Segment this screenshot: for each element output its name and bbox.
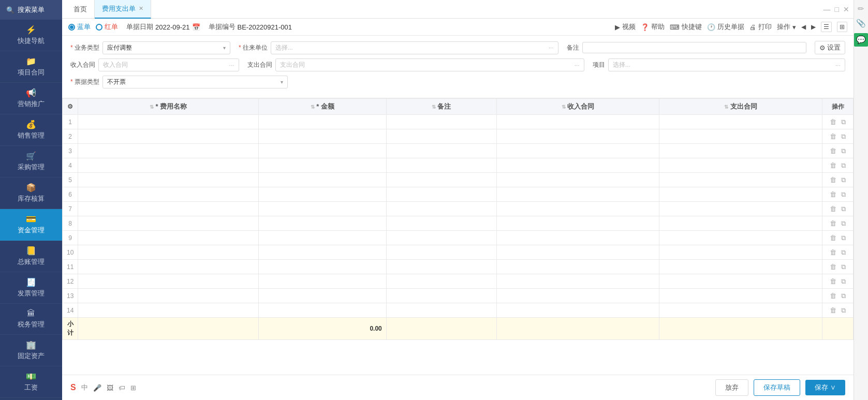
cell-income-contract[interactable] xyxy=(496,129,659,144)
cell-amount[interactable] xyxy=(258,144,386,158)
cell-expense-name[interactable] xyxy=(78,274,259,289)
delete-icon[interactable]: 🗑 xyxy=(830,161,836,169)
cell-expense-name[interactable] xyxy=(78,260,259,274)
sidebar-item-purchase[interactable]: 🛒 采购管理 xyxy=(0,146,62,177)
right-panel-edit-icon[interactable]: ✏ xyxy=(858,4,864,13)
delete-icon[interactable]: 🗑 xyxy=(830,205,836,213)
cell-amount[interactable] xyxy=(258,202,386,216)
cell-expense-contract[interactable] xyxy=(659,245,822,260)
cell-amount[interactable] xyxy=(258,289,386,303)
cell-income-contract[interactable] xyxy=(496,173,659,187)
sidebar-search[interactable]: 🔍 搜索菜单 xyxy=(0,0,62,20)
cell-amount[interactable] xyxy=(258,187,386,202)
delete-icon[interactable]: 🗑 xyxy=(830,118,836,126)
cell-amount[interactable] xyxy=(258,245,386,260)
cell-remark[interactable] xyxy=(386,129,496,144)
cell-expense-contract[interactable] xyxy=(659,274,822,289)
col-amount-sort[interactable]: ⇅ xyxy=(311,104,315,110)
cell-remark[interactable] xyxy=(386,187,496,202)
cell-income-contract[interactable] xyxy=(496,216,659,231)
cell-remark[interactable] xyxy=(386,274,496,289)
grid-view-btn[interactable]: ⊞ xyxy=(837,22,847,32)
radio-red[interactable]: 红单 xyxy=(96,22,118,32)
bookmark-icon[interactable]: 🏷 xyxy=(119,384,125,392)
cell-income-contract[interactable] xyxy=(496,274,659,289)
copy-icon[interactable]: ⧉ xyxy=(841,118,846,126)
cell-income-contract[interactable] xyxy=(496,289,659,303)
cell-amount[interactable] xyxy=(258,231,386,245)
sidebar-item-quick-nav[interactable]: ⚡ 快捷导航 xyxy=(0,20,62,51)
abandon-button[interactable]: 放弃 xyxy=(715,379,748,396)
sidebar-item-accounting[interactable]: 📒 总账管理 xyxy=(0,241,62,272)
next-btn[interactable]: ▶ xyxy=(811,23,816,31)
partner-select[interactable]: 选择... ··· xyxy=(271,41,558,54)
delete-icon[interactable]: 🗑 xyxy=(830,190,836,198)
copy-icon[interactable]: ⧉ xyxy=(841,234,846,242)
cell-expense-name[interactable] xyxy=(78,231,259,245)
tab-expense[interactable]: 费用支出单 ✕ xyxy=(95,0,151,19)
copy-icon[interactable]: ⧉ xyxy=(841,263,846,271)
cell-income-contract[interactable] xyxy=(496,158,659,173)
window-close[interactable]: ✕ xyxy=(843,5,849,13)
cell-expense-contract[interactable] xyxy=(659,144,822,158)
delete-icon[interactable]: 🗑 xyxy=(830,248,836,256)
col-gear[interactable]: ⚙ xyxy=(63,99,78,115)
operations-btn[interactable]: 操作 ▾ xyxy=(777,22,796,32)
sidebar-item-marketing[interactable]: 📢 营销推广 xyxy=(0,83,62,114)
col-expense-name-sort[interactable]: ⇅ xyxy=(150,104,154,110)
cell-expense-contract[interactable] xyxy=(659,158,822,173)
cell-income-contract[interactable] xyxy=(496,245,659,260)
cell-remark[interactable] xyxy=(386,173,496,187)
sidebar-item-tax[interactable]: 🏛 税务管理 xyxy=(0,304,62,335)
cell-remark[interactable] xyxy=(386,202,496,216)
cell-amount[interactable] xyxy=(258,158,386,173)
copy-icon[interactable]: ⧉ xyxy=(841,292,846,300)
cell-income-contract[interactable] xyxy=(496,303,659,318)
radio-blue[interactable]: 蓝单 xyxy=(68,22,91,32)
delete-icon[interactable]: 🗑 xyxy=(830,132,836,140)
cell-remark[interactable] xyxy=(386,260,496,274)
remark-input[interactable] xyxy=(582,42,806,53)
cell-expense-contract[interactable] xyxy=(659,202,822,216)
cell-amount[interactable] xyxy=(258,129,386,144)
delete-icon[interactable]: 🗑 xyxy=(830,277,836,285)
cell-remark[interactable] xyxy=(386,144,496,158)
help-btn[interactable]: ❓ 帮助 xyxy=(641,22,665,32)
cell-expense-name[interactable] xyxy=(78,303,259,318)
business-type-select[interactable]: 应付调整 ▾ xyxy=(102,41,230,54)
cell-expense-contract[interactable] xyxy=(659,173,822,187)
cell-remark[interactable] xyxy=(386,231,496,245)
cell-income-contract[interactable] xyxy=(496,260,659,274)
print-btn[interactable]: 🖨 打印 xyxy=(749,22,772,32)
sidebar-item-project-contract[interactable]: 📁 项目合同 xyxy=(0,51,62,83)
cell-expense-name[interactable] xyxy=(78,158,259,173)
sidebar-item-fixed-assets[interactable]: 🏢 固定资产 xyxy=(0,335,62,366)
copy-icon[interactable]: ⧉ xyxy=(841,248,846,256)
video-btn[interactable]: ▶ 视频 xyxy=(615,22,636,32)
shortcuts-btn[interactable]: ⌨ 快捷键 xyxy=(670,22,702,32)
cell-expense-contract[interactable] xyxy=(659,260,822,274)
cell-remark[interactable] xyxy=(386,115,496,129)
cell-expense-name[interactable] xyxy=(78,216,259,231)
income-contract-select[interactable]: 收入合同 ··· xyxy=(98,58,239,71)
delete-icon[interactable]: 🗑 xyxy=(830,147,836,155)
cell-remark[interactable] xyxy=(386,303,496,318)
window-minimize[interactable]: — xyxy=(823,5,831,13)
copy-icon[interactable]: ⧉ xyxy=(841,132,846,140)
settings-button[interactable]: ⚙ 设置 xyxy=(815,41,845,54)
prev-btn[interactable]: ◀ xyxy=(801,23,806,31)
copy-icon[interactable]: ⧉ xyxy=(841,161,846,169)
list-view-btn[interactable]: ☰ xyxy=(821,22,832,32)
cell-expense-contract[interactable] xyxy=(659,303,822,318)
delete-icon[interactable]: 🗑 xyxy=(830,234,836,242)
cell-expense-name[interactable] xyxy=(78,187,259,202)
copy-icon[interactable]: ⧉ xyxy=(841,306,846,314)
cell-amount[interactable] xyxy=(258,303,386,318)
sidebar-item-invoice[interactable]: 🧾 发票管理 xyxy=(0,272,62,304)
tab-home[interactable]: 首页 xyxy=(66,0,95,19)
cell-expense-name[interactable] xyxy=(78,202,259,216)
cell-income-contract[interactable] xyxy=(496,231,659,245)
delete-icon[interactable]: 🗑 xyxy=(830,176,836,184)
cell-expense-name[interactable] xyxy=(78,173,259,187)
right-panel-chat-icon[interactable]: 💬 xyxy=(854,33,868,47)
